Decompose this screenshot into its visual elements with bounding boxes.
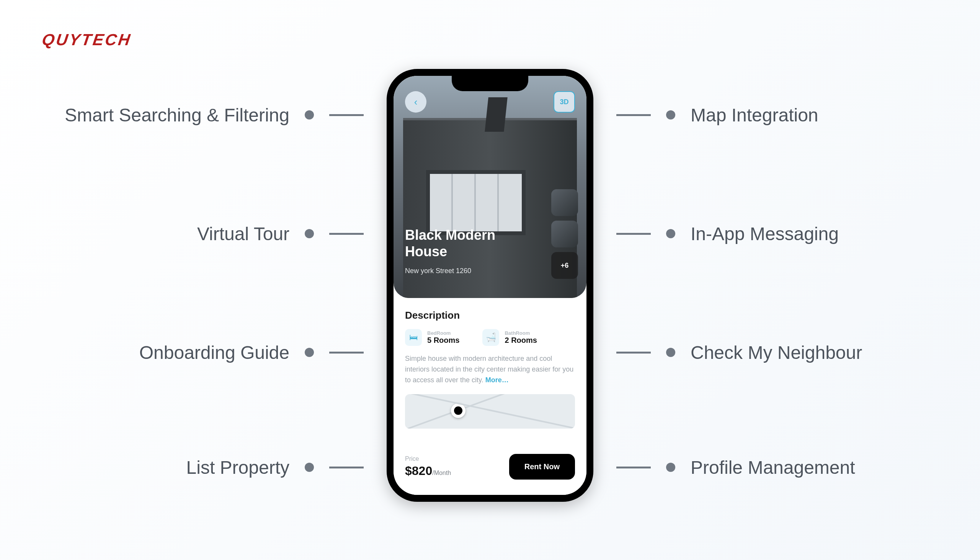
gallery-thumb[interactable] [551, 189, 578, 216]
connector-dot-icon [305, 229, 314, 238]
bath-icon: 🛁 [482, 329, 499, 346]
connector-line [616, 233, 651, 235]
feature-callout-right: Check My Neighbour [616, 342, 862, 363]
stat-value: 5 Rooms [427, 336, 459, 344]
feature-label: Check My Neighbour [691, 342, 862, 363]
feature-label: Virtual Tour [197, 223, 289, 244]
property-title: Black Modern House [405, 227, 520, 260]
connector-line [616, 114, 651, 116]
price-display: Price $820/Month [405, 455, 451, 478]
chevron-left-icon: ‹ [414, 96, 418, 108]
property-address: New york Street 1260 [405, 267, 471, 275]
feature-label: Profile Management [691, 457, 855, 478]
gallery-thumb[interactable] [551, 221, 578, 247]
feature-callout-left: List Property [186, 457, 364, 478]
description-text: Simple house with modern architecture an… [405, 353, 575, 386]
feature-label: List Property [186, 457, 289, 478]
map-pin-icon [451, 403, 465, 418]
feature-callout-left: Smart Searching & Filtering [65, 105, 364, 126]
stat-label: BedRoom [427, 330, 459, 336]
connector-dot-icon [305, 463, 314, 472]
connector-dot-icon [666, 348, 675, 357]
connector-dot-icon [305, 110, 314, 120]
brand-logo: QUYTECH [41, 31, 133, 49]
phone-notch [452, 75, 528, 91]
stat-value: 2 Rooms [505, 336, 537, 344]
rent-now-button[interactable]: Rent Now [509, 454, 575, 480]
price-footer: Price $820/Month Rent Now [394, 444, 586, 495]
connector-line [616, 467, 651, 468]
back-button[interactable]: ‹ [405, 91, 427, 113]
location-map[interactable] [405, 394, 575, 428]
feature-label: Smart Searching & Filtering [65, 105, 289, 126]
connector-dot-icon [305, 348, 314, 357]
price-label: Price [405, 455, 451, 462]
gallery-thumbnails: +6 [551, 189, 578, 279]
bed-icon: 🛏 [405, 329, 422, 346]
price-value: $820 [405, 464, 432, 478]
feature-callout-right: Profile Management [616, 457, 855, 478]
feature-label: In-App Messaging [691, 223, 839, 244]
connector-line [329, 114, 364, 116]
feature-callout-right: In-App Messaging [616, 223, 839, 244]
connector-line [616, 352, 651, 353]
property-hero: ‹ 3D Black Modern House New york Street … [394, 76, 586, 298]
connector-line [329, 467, 364, 468]
feature-callout-left: Virtual Tour [197, 223, 364, 244]
feature-label: Map Integration [691, 105, 819, 126]
price-unit: /Month [432, 470, 451, 476]
description-heading: Description [405, 310, 575, 322]
property-stats: 🛏 BedRoom 5 Rooms 🛁 BathRoom 2 Rooms [405, 329, 575, 346]
connector-dot-icon [666, 229, 675, 238]
view-3d-button[interactable]: 3D [553, 91, 575, 113]
connector-dot-icon [666, 463, 675, 472]
read-more-link[interactable]: More… [485, 376, 509, 384]
connector-line [329, 233, 364, 235]
stat-label: BathRoom [505, 330, 537, 336]
feature-label: Onboarding Guide [140, 342, 289, 363]
stat-bedroom: 🛏 BedRoom 5 Rooms [405, 329, 459, 346]
description-section: Description 🛏 BedRoom 5 Rooms 🛁 BathRoom… [394, 298, 586, 386]
stat-bathroom: 🛁 BathRoom 2 Rooms [482, 329, 537, 346]
feature-callout-right: Map Integration [616, 105, 819, 126]
gallery-thumb-more[interactable]: +6 [551, 252, 578, 279]
phone-mockup: ‹ 3D Black Modern House New york Street … [387, 69, 593, 502]
connector-dot-icon [666, 110, 675, 120]
connector-line [329, 352, 364, 353]
feature-callout-left: Onboarding Guide [140, 342, 364, 363]
